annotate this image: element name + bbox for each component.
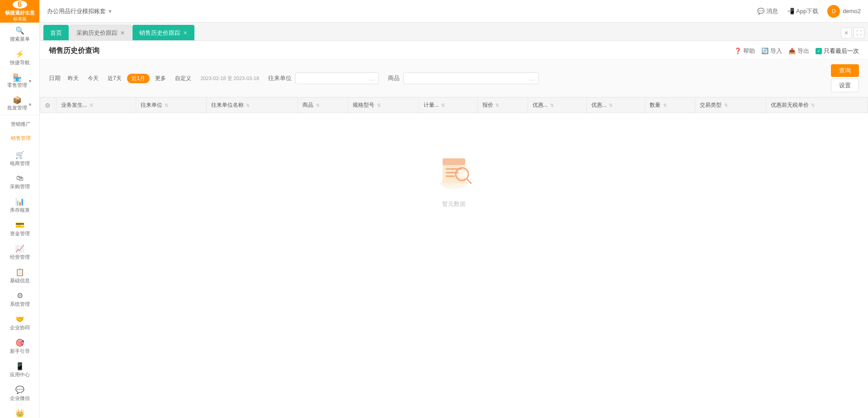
th-counterparty-code[interactable]: 往来单位 ⇅ [136,98,207,113]
date-btn-today[interactable]: 今天 [84,74,102,83]
sidebar-label-inventory: 库存核算 [10,207,30,214]
sidebar-label-basic-info: 基础信息 [10,277,30,284]
cooperation-icon: 🤝 [15,315,24,323]
settings-button[interactable]: 设置 [831,79,859,92]
topbar-actions: 💬 消息 📲 App下载 D demo2 [757,5,861,18]
sort-product-icon[interactable]: ⇅ [316,103,320,108]
tab-home[interactable]: 首页 [43,25,69,40]
action-buttons: 查询 设置 [831,64,859,92]
main-area: 办公用品行业模拟账套 ▼ 💬 消息 📲 App下载 D demo2 首页 [40,0,868,418]
help-btn[interactable]: ❓ 帮助 [734,47,755,55]
date-btn-custom[interactable]: 自定义 [171,74,195,83]
sort-discount1-icon[interactable]: ⇅ [550,103,554,108]
export-icon: 📤 [788,48,796,54]
sidebar-item-ecommerce[interactable]: 🛒 电商管理 [0,147,39,171]
topbar-user-area[interactable]: D demo2 [827,5,861,18]
th-trade-type-label: 交易类型 [700,102,722,108]
sidebar-item-operations[interactable]: 📈 经营管理 [0,241,39,264]
sidebar-label-enterprise-wx: 企业微信 [10,395,30,402]
th-quote-price[interactable]: 报价 ⇅ [477,98,528,113]
topbar-message-btn[interactable]: 💬 消息 [757,7,778,15]
topbar-company-name: 办公用品行业模拟账套 [47,7,106,15]
message-icon: 💬 [757,8,764,14]
sales-history-tab-close-icon[interactable]: ✕ [183,30,188,36]
date-btn-7days[interactable]: 近7天 [104,74,125,83]
sidebar-label-marketing: 营销推广 [11,121,31,128]
date-btn-yesterday[interactable]: 昨天 [64,74,82,83]
only-last-checkbox[interactable]: ✓ 只看最后一次 [816,47,859,55]
sidebar-item-finance[interactable]: 💳 资金管理 [0,217,39,241]
sort-counterparty-name-icon[interactable]: ⇅ [246,103,250,108]
ecommerce-icon: 🛒 [15,151,24,159]
sidebar-item-marketing[interactable]: 营销推广 [0,117,39,131]
date-btn-more[interactable]: 更多 [151,74,170,83]
th-product[interactable]: 商品 ⇅ [298,98,348,113]
newbie-icon: 🎯 [15,338,24,347]
sidebar-item-retail[interactable]: 🏪 零售管理 ▼ [0,70,39,92]
purchase-history-tab-close-icon[interactable]: ✕ [120,30,125,36]
sidebar-label-purchase: 采购管理 [10,183,30,190]
th-trade-type[interactable]: 交易类型 ⇅ [695,98,766,113]
product-input-wrapper[interactable]: ... [403,72,539,84]
sort-trade-type-icon[interactable]: ⇅ [724,103,728,108]
sort-counterparty-code-icon[interactable]: ⇅ [165,103,168,108]
system-icon: ⚙ [17,291,23,300]
sort-spec-icon[interactable]: ⇅ [377,103,381,108]
counterparty-input[interactable] [299,75,367,81]
date-btn-1month[interactable]: 近1月 [127,74,150,83]
sort-pretax-price-icon[interactable]: ⇅ [811,103,815,108]
sidebar-item-enterprise-wx[interactable]: 💬 企业微信 [0,382,39,405]
sidebar-item-system[interactable]: ⚙ 系统管理 [0,288,39,311]
th-discount1[interactable]: 优惠... ⇅ [528,98,586,113]
product-input[interactable] [407,75,527,81]
th-quantity[interactable]: 数量 ⇅ [645,98,695,113]
product-input-dots[interactable]: ... [529,74,535,82]
tab-purchase-history[interactable]: 采购历史价跟踪 ✕ [70,25,132,40]
sidebar-item-sales-mgmt[interactable]: 销售管理 [0,131,39,145]
sort-quote-price-icon[interactable]: ⇅ [495,103,499,108]
sidebar-item-purchase[interactable]: 🛍 采购管理 [0,171,39,194]
sort-quantity-icon[interactable]: ⇅ [663,103,667,108]
query-button[interactable]: 查询 [831,64,859,77]
sidebar-item-shortcut[interactable]: ⚡ 快捷导航 [0,46,39,70]
table-settings-icon[interactable]: ⚙ [45,102,51,109]
tab-sales-history[interactable]: 销售历史价跟踪 ✕ [132,25,194,40]
sort-biz-date-icon[interactable]: ⇅ [90,103,93,108]
th-quote-price-label: 报价 [482,102,493,108]
th-pretax-price[interactable]: 优惠前无税单价 ⇅ [766,98,868,113]
sidebar-label-app-center: 应用中心 [10,371,30,378]
empty-state: 暂元数据 [40,113,868,244]
app-center-icon: 📱 [15,362,24,370]
th-discount2[interactable]: 优惠... ⇅ [586,98,645,113]
th-counterparty-name[interactable]: 往来单位名称 ⇅ [207,98,298,113]
sort-unit-icon[interactable]: ⇅ [441,103,445,108]
sidebar-item-search[interactable]: 🔍 搜索菜单 [0,23,39,46]
sidebar-item-cooperation[interactable]: 🤝 企业协同 [0,311,39,335]
counterparty-filter-group: 往来单位 ... [268,72,379,84]
th-unit[interactable]: 计量... ⇅ [419,98,477,113]
sidebar-label-finance: 资金管理 [10,230,30,237]
topbar-dropdown-icon[interactable]: ▼ [108,9,113,14]
home-tab-label: 首页 [50,29,62,37]
content-area: 销售历史价查询 ❓ 帮助 🔄 导入 📤 导出 ✓ 只看最后一次 [40,41,868,418]
export-btn[interactable]: 📤 导出 [788,47,809,55]
counterparty-input-wrapper[interactable]: ... [295,72,379,84]
th-biz-date[interactable]: 业务发生... ⇅ [57,98,136,113]
sort-discount2-icon[interactable]: ⇅ [609,103,613,108]
counterparty-input-dots[interactable]: ... [369,74,375,82]
filter-bar: 日期 昨天 今天 近7天 近1月 更多 自定义 2023-02-18 至 202… [40,60,868,97]
sidebar-item-inventory[interactable]: 📊 库存核算 [0,194,39,217]
topbar-app-download-btn[interactable]: 📲 App下载 [787,7,818,15]
tab-expand-btn[interactable]: ⛶ [854,28,864,38]
th-settings: ⚙ [40,98,57,113]
tab-close-all-btn[interactable]: ✕ [841,28,852,38]
message-label: 消息 [766,7,778,15]
import-btn[interactable]: 🔄 导入 [761,47,782,55]
th-spec[interactable]: 规格型号 ⇅ [348,98,419,113]
sidebar-item-wholesale[interactable]: 📦 批发管理 ▲ [0,92,39,115]
sidebar-item-basic-info[interactable]: 📋 基础信息 [0,264,39,288]
sidebar-item-vip[interactable]: 👑 畅会员 [0,405,39,418]
sidebar-item-newbie[interactable]: 🎯 新手引导 [0,335,39,358]
empty-state-text: 暂元数据 [442,200,466,208]
sidebar-item-app-center[interactable]: 📱 应用中心 [0,358,39,382]
